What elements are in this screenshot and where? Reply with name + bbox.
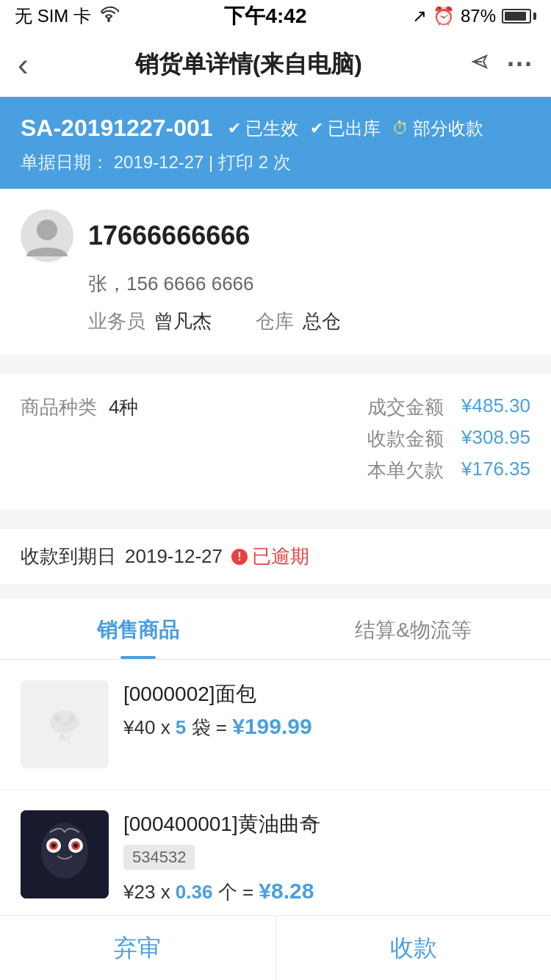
summary-right: 成交金额 ¥485.30 收款金额 ¥308.95 本单欠款 ¥176.35: [367, 394, 530, 489]
customer-meta: 业务员 曾凡杰 仓库 总仓: [21, 309, 530, 334]
svg-point-1: [37, 220, 57, 240]
customer-card: 17666666666 张，156 6666 6666 业务员 曾凡杰 仓库 总…: [0, 189, 551, 355]
product-total-2: ¥8.28: [259, 879, 314, 903]
product-type-row: 商品种类 4种: [21, 394, 138, 420]
more-button[interactable]: ···: [507, 49, 533, 80]
salesperson-value: 曾凡杰: [154, 309, 212, 334]
amount-row: 成交金额 ¥485.30: [367, 394, 530, 420]
tab-sales-products[interactable]: 销售商品: [0, 599, 276, 659]
warehouse-label: 仓库: [256, 309, 294, 334]
overdue-dot-icon: !: [231, 549, 248, 565]
product-info-2: [000400001]黄油曲奇 534532 ¥23 x 0.36 个 = ¥8…: [123, 810, 530, 905]
product-total-1: ¥199.99: [232, 714, 311, 738]
badge-effective: ✔ 已生效: [228, 117, 298, 140]
due-date-value: 2019-12-27: [125, 545, 223, 568]
battery-text: 87%: [461, 6, 496, 26]
cancel-button[interactable]: 弃审: [0, 916, 276, 980]
page-title: 销货单详情(来自电脑): [135, 48, 362, 81]
order-number: SA-20191227-001: [21, 115, 213, 142]
receipt-value: ¥308.95: [461, 426, 530, 452]
confirm-button[interactable]: 收款: [276, 916, 552, 980]
status-bar-time: 下午4:42: [224, 2, 306, 30]
receipt-label: 收款金额: [367, 426, 444, 452]
header-badges: ✔ 已生效 ✔ 已出库 ⏱ 部分收款: [228, 117, 483, 140]
tab-settlement-logistics[interactable]: 结算&物流等: [276, 599, 551, 659]
badge-shipped: ✔ 已出库: [310, 117, 381, 140]
divider-1: [0, 362, 551, 374]
salesperson-label: 业务员: [88, 309, 145, 334]
svg-point-2: [50, 710, 79, 733]
product-info-1: [0000002]面包 ¥40 x 5 袋 = ¥199.99: [123, 680, 530, 741]
debt-label: 本单欠款: [367, 458, 444, 483]
check-icon-1: ✔: [228, 119, 241, 138]
product-qty-1: 5: [176, 716, 186, 738]
svg-point-13: [73, 843, 78, 848]
status-bar-right: ↗ ⏰ 87%: [412, 6, 536, 26]
svg-text:鱼+: 鱼+: [59, 733, 71, 741]
product-sku-badge: 534532: [123, 845, 195, 870]
debt-row: 本单欠款 ¥176.35: [367, 458, 530, 483]
receipt-row: 收款金额 ¥308.95: [367, 426, 530, 452]
back-button[interactable]: ‹: [18, 46, 29, 83]
amount-value: ¥485.30: [461, 394, 530, 420]
battery-icon: [502, 9, 536, 24]
customer-top: 17666666666: [21, 209, 530, 262]
salesperson-field: 业务员 曾凡杰: [88, 309, 212, 334]
share-button[interactable]: [469, 50, 492, 79]
list-item: [000400001]黄油曲奇 534532 ¥23 x 0.36 个 = ¥8…: [0, 790, 551, 926]
wifi-icon: [98, 6, 119, 26]
product-type-label: 商品种类: [21, 394, 97, 420]
location-icon: ↗: [412, 6, 427, 26]
badge-partial-payment: ⏱ 部分收款: [392, 117, 483, 140]
product-image-1: 鱼+: [21, 680, 109, 768]
product-price-2: ¥23 x 0.36 个 = ¥8.28: [123, 879, 530, 905]
check-icon-2: ✔: [310, 119, 323, 138]
status-bar: 无 SIM 卡 下午4:42 ↗ ⏰ 87%: [0, 0, 551, 32]
list-item: 鱼+ [0000002]面包 ¥40 x 5 袋 = ¥199.99: [0, 660, 551, 790]
divider-3: [0, 591, 551, 599]
status-bar-left: 无 SIM 卡: [15, 4, 119, 28]
debt-value: ¥176.35: [461, 458, 530, 483]
product-name-1: [0000002]面包: [123, 680, 530, 708]
warehouse-field: 仓库 总仓: [256, 309, 341, 334]
tabs-bar: 销售商品 结算&物流等: [0, 599, 551, 660]
carrier-text: 无 SIM 卡: [15, 4, 91, 28]
order-date: 单据日期： 2019-12-27 | 打印 2 次: [21, 151, 530, 174]
alarm-icon: ⏰: [433, 6, 455, 26]
bottom-action-bar: 弃审 收款: [0, 915, 551, 980]
svg-point-4: [69, 715, 75, 721]
nav-bar: ‹ 销货单详情(来自电脑) ···: [0, 32, 551, 97]
svg-point-3: [54, 715, 60, 721]
overdue-label: 已逾期: [252, 544, 309, 569]
svg-point-0: [107, 19, 110, 22]
clock-icon: ⏱: [392, 119, 408, 138]
avatar: [21, 209, 73, 262]
product-image-2: [21, 810, 109, 898]
nav-actions: ···: [469, 49, 533, 80]
due-date-bar: 收款到期日 2019-12-27 ! 已逾期: [0, 529, 551, 584]
svg-point-12: [51, 843, 56, 848]
product-list: 鱼+ [0000002]面包 ¥40 x 5 袋 = ¥199.99: [0, 660, 551, 926]
product-type-value: 4种: [109, 394, 138, 420]
order-header: SA-20191227-001 ✔ 已生效 ✔ 已出库 ⏱ 部分收款 单据日期：…: [0, 97, 551, 189]
product-price-1: ¥40 x 5 袋 = ¥199.99: [123, 714, 530, 741]
order-header-top: SA-20191227-001 ✔ 已生效 ✔ 已出库 ⏱ 部分收款: [21, 115, 530, 142]
overdue-badge: ! 已逾期: [231, 544, 309, 569]
customer-name: 张，156 6666 6666: [21, 271, 530, 297]
summary-left: 商品种类 4种: [21, 394, 138, 489]
divider-2: [0, 517, 551, 529]
summary-card: 商品种类 4种 成交金额 ¥485.30 收款金额 ¥308.95 本单欠款 ¥…: [0, 374, 551, 510]
due-date-label: 收款到期日: [21, 544, 116, 569]
amount-label: 成交金额: [367, 394, 444, 420]
warehouse-value: 总仓: [303, 309, 341, 334]
customer-phone: 17666666666: [88, 220, 250, 251]
product-qty-2: 0.36: [176, 881, 213, 903]
product-name-2: [000400001]黄油曲奇: [123, 810, 530, 838]
